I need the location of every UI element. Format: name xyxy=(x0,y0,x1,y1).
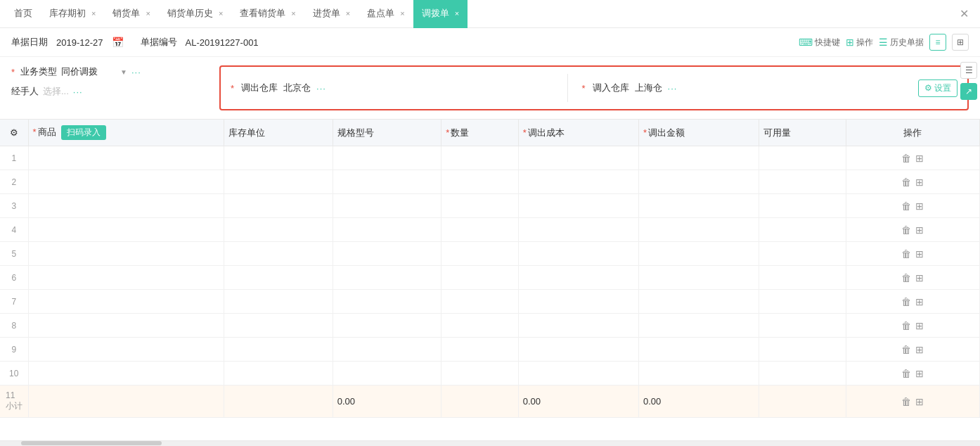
unit-cell-5[interactable] xyxy=(224,242,333,266)
spec-cell-6[interactable] xyxy=(333,266,441,290)
tab-view-sales[interactable]: 查看销货单 × xyxy=(231,0,304,28)
product-cell-9[interactable] xyxy=(28,338,224,362)
amount-cell-1[interactable] xyxy=(638,146,759,170)
tab-close-inventory[interactable]: × xyxy=(91,9,96,18)
spec-cell-2[interactable] xyxy=(333,170,441,194)
spec-cell-9[interactable] xyxy=(333,338,441,362)
product-cell-8[interactable] xyxy=(28,314,224,338)
qty-cell-1[interactable] xyxy=(441,146,518,170)
warehouse-out-more[interactable]: ··· xyxy=(316,83,326,94)
qty-cell-8[interactable] xyxy=(441,314,518,338)
operations-button[interactable]: ⊞ 操作 xyxy=(846,37,873,49)
copy-icon-5[interactable]: ⊞ xyxy=(915,248,924,260)
spec-cell-1[interactable] xyxy=(333,146,441,170)
tab-home[interactable]: 首页 xyxy=(6,0,41,28)
copy-icon-3[interactable]: ⊞ xyxy=(915,200,924,212)
settings-button[interactable]: ⚙ 设置 xyxy=(918,79,958,97)
amount-cell-4[interactable] xyxy=(638,218,759,242)
sidebar-export-icon[interactable]: ↗ xyxy=(960,83,977,100)
copy-icon-7[interactable]: ⊞ xyxy=(915,296,924,307)
delete-icon-10[interactable]: 🗑 xyxy=(901,368,911,379)
window-close-button[interactable]: ✕ xyxy=(953,4,974,25)
tab-purchase[interactable]: 进货单 × xyxy=(304,0,359,28)
product-cell-10[interactable] xyxy=(28,362,224,386)
amount-cell-10[interactable] xyxy=(638,362,759,386)
copy-icon-11[interactable]: ⊞ xyxy=(915,396,924,407)
tab-inventory-initial[interactable]: 库存期初 × xyxy=(41,0,104,28)
cost-cell-6[interactable] xyxy=(518,266,638,290)
cost-cell-2[interactable] xyxy=(518,170,638,194)
copy-icon-4[interactable]: ⊞ xyxy=(915,224,924,236)
copy-icon-8[interactable]: ⊞ xyxy=(915,320,924,331)
tab-transfer[interactable]: 调拨单 × xyxy=(413,0,468,28)
tab-close-sales[interactable]: × xyxy=(146,9,150,18)
delete-icon-3[interactable]: 🗑 xyxy=(901,200,911,212)
product-cell-1[interactable] xyxy=(28,146,224,170)
spec-cell-5[interactable] xyxy=(333,242,441,266)
delete-icon-8[interactable]: 🗑 xyxy=(901,320,911,331)
cost-cell-9[interactable] xyxy=(518,338,638,362)
available-cell-4[interactable] xyxy=(759,218,846,242)
spec-cell-8[interactable] xyxy=(333,314,441,338)
person-select[interactable]: 选择... xyxy=(43,85,69,98)
unit-cell-7[interactable] xyxy=(224,290,333,314)
amount-cell-6[interactable] xyxy=(638,266,759,290)
spec-cell-4[interactable] xyxy=(333,218,441,242)
copy-icon-10[interactable]: ⊞ xyxy=(915,368,924,379)
available-cell-3[interactable] xyxy=(759,194,846,218)
available-cell-2[interactable] xyxy=(759,170,846,194)
unit-cell-1[interactable] xyxy=(224,146,333,170)
available-cell-7[interactable] xyxy=(759,290,846,314)
view-grid-button[interactable]: ⊞ xyxy=(952,34,969,51)
spec-cell-7[interactable] xyxy=(333,290,441,314)
unit-cell-10[interactable] xyxy=(224,362,333,386)
qty-cell-3[interactable] xyxy=(441,194,518,218)
amount-cell-7[interactable] xyxy=(638,290,759,314)
scrollbar[interactable] xyxy=(0,440,980,446)
qty-cell-6[interactable] xyxy=(441,266,518,290)
spec-cell-3[interactable] xyxy=(333,194,441,218)
product-cell-4[interactable] xyxy=(28,218,224,242)
cost-cell-4[interactable] xyxy=(518,218,638,242)
copy-icon-1[interactable]: ⊞ xyxy=(915,153,924,164)
amount-cell-9[interactable] xyxy=(638,338,759,362)
delete-icon-5[interactable]: 🗑 xyxy=(901,248,911,260)
tab-sales-history[interactable]: 销货单历史 × xyxy=(159,0,231,28)
cost-cell-1[interactable] xyxy=(518,146,638,170)
available-cell-10[interactable] xyxy=(759,362,846,386)
qty-cell-4[interactable] xyxy=(441,218,518,242)
date-value[interactable]: 2019-12-27 xyxy=(56,37,103,48)
product-cell-7[interactable] xyxy=(28,290,224,314)
history-button[interactable]: ☰ 历史单据 xyxy=(879,37,924,49)
warehouse-in-value[interactable]: 上海仓 xyxy=(635,82,662,94)
tab-close-view-sales[interactable]: × xyxy=(291,9,295,18)
copy-icon-2[interactable]: ⊞ xyxy=(915,177,924,188)
product-cell-3[interactable] xyxy=(28,194,224,218)
qty-cell-9[interactable] xyxy=(441,338,518,362)
view-list-button[interactable]: ≡ xyxy=(929,34,946,51)
delete-icon-7[interactable]: 🗑 xyxy=(901,296,911,307)
available-cell-5[interactable] xyxy=(759,242,846,266)
warehouse-in-more[interactable]: ··· xyxy=(668,83,678,94)
cost-cell-5[interactable] xyxy=(518,242,638,266)
amount-cell-8[interactable] xyxy=(638,314,759,338)
scan-button[interactable]: 扫码录入 xyxy=(61,125,106,140)
product-cell-5[interactable] xyxy=(28,242,224,266)
copy-icon-9[interactable]: ⊞ xyxy=(915,344,924,355)
available-cell-9[interactable] xyxy=(759,338,846,362)
scrollbar-thumb[interactable] xyxy=(21,441,162,445)
qty-cell-5[interactable] xyxy=(441,242,518,266)
amount-cell-5[interactable] xyxy=(638,242,759,266)
qty-cell-10[interactable] xyxy=(441,362,518,386)
sidebar-list-icon[interactable]: ☰ xyxy=(960,62,977,79)
amount-cell-3[interactable] xyxy=(638,194,759,218)
delete-icon-6[interactable]: 🗑 xyxy=(901,272,911,283)
unit-cell-3[interactable] xyxy=(224,194,333,218)
tab-close-sales-history[interactable]: × xyxy=(219,9,223,18)
th-gear[interactable]: ⚙ xyxy=(0,120,28,146)
delete-icon-1[interactable]: 🗑 xyxy=(901,153,911,164)
tab-close-transfer[interactable]: × xyxy=(455,9,459,18)
person-more[interactable]: ··· xyxy=(73,87,83,97)
delete-icon-9[interactable]: 🗑 xyxy=(901,344,911,355)
calendar-icon[interactable]: 📅 xyxy=(112,37,124,48)
